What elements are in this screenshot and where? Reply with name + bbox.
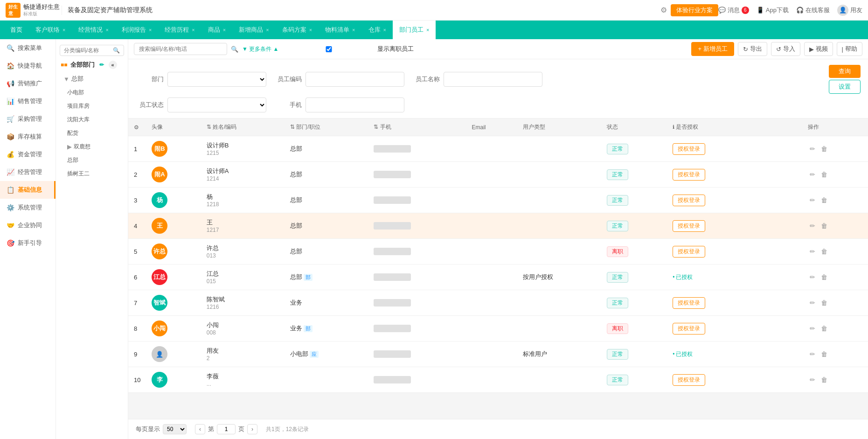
emp-status-select[interactable] (167, 98, 266, 112)
dept-item-head[interactable]: ▼ 总部 (56, 72, 128, 86)
auth-btn[interactable]: 授权登录 (673, 143, 705, 155)
sidebar-item-shortcut[interactable]: 🏠 快捷导航 (0, 57, 56, 75)
phone-input[interactable] (306, 98, 404, 112)
close-icon[interactable]: × (426, 27, 429, 33)
delete-btn[interactable]: 🗑 (819, 272, 829, 282)
close-icon[interactable]: × (223, 27, 226, 33)
delete-btn[interactable]: 🗑 (819, 375, 829, 384)
trial-btn[interactable]: 体验行业方案 (671, 4, 718, 16)
help-btn[interactable]: | 帮助 (837, 42, 862, 56)
col-name[interactable]: ⇅ 姓名/编码 (201, 118, 285, 136)
sidebar-item-purchase[interactable]: 🛒 采购管理 (0, 110, 56, 128)
dept-item-shuanglu[interactable]: ▶ 双鹿想 (56, 140, 128, 153)
page-input[interactable] (217, 424, 236, 434)
next-page-btn[interactable]: › (247, 424, 257, 434)
sidebar-item-bizmanage[interactable]: 📈 经营管理 (0, 163, 56, 181)
sidebar-item-marketing[interactable]: 📢 营销推广 (0, 75, 56, 92)
tab-home[interactable]: 首页 (4, 21, 29, 39)
sidebar-item-inventory[interactable]: 📦 库存核算 (0, 128, 56, 146)
sidebar-item-collab[interactable]: 🤝 企业协同 (0, 216, 56, 234)
dept-search-input[interactable] (64, 47, 113, 54)
message-btn[interactable]: 💬 消息 6 (718, 6, 749, 14)
col-settings[interactable]: ⚙ (128, 118, 146, 136)
search-input[interactable] (134, 43, 227, 55)
set-btn[interactable]: 设置 (829, 80, 861, 94)
delete-btn[interactable]: 🗑 (819, 144, 829, 153)
close-icon[interactable]: × (309, 27, 312, 33)
close-icon[interactable]: × (105, 27, 108, 33)
close-icon[interactable]: × (192, 27, 194, 33)
edit-btn[interactable]: ✏ (808, 170, 817, 179)
close-icon[interactable]: × (149, 27, 152, 33)
edit-btn[interactable]: ✏ (808, 195, 817, 205)
dept-select[interactable] (167, 72, 266, 87)
export-btn[interactable]: ↻ 导出 (738, 42, 767, 56)
auth-btn[interactable]: 授权登录 (673, 323, 705, 334)
query-btn[interactable]: 查询 (829, 65, 861, 78)
edit-btn[interactable]: ✏ (808, 375, 817, 384)
auth-btn[interactable]: 授权登录 (673, 195, 705, 206)
close-icon[interactable]: × (62, 27, 65, 33)
dept-item-delivery[interactable]: 配货 (56, 126, 128, 140)
dept-item-chashuwang[interactable]: 插树王二 (56, 167, 128, 181)
edit-btn[interactable]: ✏ (808, 349, 817, 359)
show-resign-check[interactable] (282, 46, 375, 52)
tab-warehouse[interactable]: 仓库 × (362, 21, 393, 39)
import-btn[interactable]: ↺ 导入 (771, 42, 800, 56)
col-phone[interactable]: ⇅ 手机 (368, 118, 466, 136)
dept-search-box[interactable]: 🔍 (60, 45, 124, 56)
add-employee-btn[interactable]: + 新增员工 (691, 42, 734, 56)
col-auth[interactable]: ℹ 是否授权 (667, 118, 756, 136)
tab-department[interactable]: 部门员工 × (393, 21, 436, 39)
sidebar-item-basicinfo[interactable]: 📋 基础信息 (0, 181, 56, 199)
show-resign-checkbox[interactable]: 显示离职员工 (282, 45, 414, 53)
prev-page-btn[interactable]: ‹ (195, 424, 205, 434)
delete-btn[interactable]: 🗑 (819, 221, 829, 230)
delete-btn[interactable]: 🗑 (819, 324, 829, 333)
edit-btn[interactable]: ✏ (808, 221, 817, 230)
emp-code-input[interactable] (306, 72, 404, 87)
edit-btn[interactable]: ✏ (808, 144, 817, 153)
dept-item-head2[interactable]: 总部 (56, 153, 128, 167)
auth-btn[interactable]: 授权登录 (673, 297, 705, 309)
edit-btn[interactable]: ✏ (808, 324, 817, 333)
sidebar-item-guide[interactable]: 🎯 新手引导 (0, 234, 56, 252)
sidebar-item-system[interactable]: ⚙️ 系统管理 (0, 199, 56, 216)
dept-search-icon[interactable]: 🔍 (113, 47, 120, 54)
tab-bom[interactable]: 物料清单 × (319, 21, 361, 39)
per-page-select[interactable]: 50 100 (163, 424, 187, 434)
tab-history[interactable]: 经营历程 × (158, 21, 201, 39)
search-btn[interactable]: 🔍 (231, 46, 238, 53)
all-dept-header[interactable]: ■■ 全部部门 ✏ « (56, 58, 128, 72)
edit-btn[interactable]: ✏ (808, 272, 817, 282)
delete-btn[interactable]: 🗑 (819, 195, 829, 205)
tab-barcode[interactable]: 条码方案 × (276, 21, 319, 39)
auth-btn[interactable]: 授权登录 (673, 169, 705, 181)
dept-item-shenyang[interactable]: 沈阳大库 (56, 113, 128, 126)
dept-item-project[interactable]: 项目库房 (56, 99, 128, 113)
tab-operation[interactable]: 经营情况 × (72, 21, 115, 39)
online-service-btn[interactable]: 🎧 在线客服 (796, 6, 830, 14)
tab-profit[interactable]: 利润报告 × (115, 21, 158, 39)
auth-btn[interactable]: 授权登录 (673, 220, 705, 232)
tab-goods[interactable]: 商品 × (201, 21, 232, 39)
edit-btn[interactable]: ✏ (808, 298, 817, 307)
sidebar-item-search[interactable]: 🔍 搜索菜单 (0, 39, 56, 57)
delete-btn[interactable]: 🗑 (819, 247, 829, 256)
tab-customer[interactable]: 客户联络 × (29, 21, 72, 39)
collapse-tree-btn[interactable]: « (109, 61, 117, 69)
tab-new-goods[interactable]: 新增商品 × (232, 21, 275, 39)
settings-icon[interactable]: ⚙ (660, 6, 667, 14)
col-dept[interactable]: ⇅ 部门/职位 (285, 118, 368, 136)
auth-btn[interactable]: 授权登录 (673, 374, 705, 386)
close-icon[interactable]: × (266, 27, 269, 33)
delete-btn[interactable]: 🗑 (819, 170, 829, 179)
filter-conditions-btn[interactable]: ▼ 更多条件 ▲ (242, 45, 278, 53)
app-download-btn[interactable]: 📱 App下载 (757, 6, 789, 14)
close-icon[interactable]: × (383, 27, 386, 33)
emp-name-input[interactable] (444, 72, 542, 87)
user-btn[interactable]: 👤 用友 (837, 5, 862, 16)
edit-btn[interactable]: ✏ (808, 247, 817, 256)
dept-item-small-elec[interactable]: 小电部 (56, 86, 128, 99)
sidebar-item-sales[interactable]: 📊 销售管理 (0, 92, 56, 110)
